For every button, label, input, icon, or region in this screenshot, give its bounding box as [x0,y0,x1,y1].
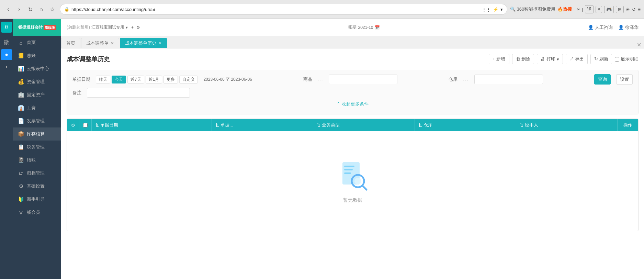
address-bar[interactable]: 🔒 https://cloud.chanjet.com/accounting/u… [60,4,507,15]
th-type[interactable]: ⇅ 业务类型 [313,119,415,131]
show-cols-checkbox[interactable]: 显示明细 [615,56,639,62]
btn-more-dates[interactable]: 更多 [163,76,178,83]
reload-button[interactable]: ↻ [25,4,35,14]
sidebar-label-assets: 固定资产 [27,92,45,98]
company-name: 江西服宝测试专用 [91,24,124,30]
user-info[interactable]: 👤 徐泽华 [618,24,639,31]
period-info: 账期 2021-10 📅 [348,24,380,30]
history-tool[interactable]: ↺ [632,7,636,12]
print-button[interactable]: 🖨 打印 ▾ [537,54,563,64]
th-handler[interactable]: ⇅ 经手人 [516,119,618,131]
collapse-row: ⌃ 收起更多条件 [72,101,633,107]
game-tool[interactable]: 🎮 [604,6,614,13]
icon-bar-active[interactable]: ● [1,49,12,60]
user-name: 徐泽华 [625,24,639,31]
th-type-label: 业务类型 [322,122,340,128]
warehouse-filter-input[interactable] [474,75,543,84]
warehouse-dots: ... [463,77,469,82]
query-button[interactable]: 查询 [594,74,611,85]
close-tab-cost-adjust[interactable]: ✕ [111,41,114,46]
tab-cost-adjust-history[interactable]: 成本调整单历史 ✕ [120,38,167,48]
sidebar-item-guide[interactable]: 🔰 新手引导 [13,193,61,206]
service-button[interactable]: 👤 人工咨询 [588,24,613,31]
scissors-tool[interactable]: ✂ | [577,7,583,12]
th-handler-label: 经手人 [525,122,538,128]
select-all-checkbox[interactable] [83,123,88,127]
th-checkbox[interactable] [79,119,92,131]
member-icon: V [18,210,24,215]
search-tool[interactable]: 🔍 360智能抠图免费用 [510,6,555,12]
close-tab-history[interactable]: ✕ [158,41,162,46]
sidebar-item-payroll[interactable]: 👔 工资 [13,101,61,114]
sidebar-item-settings[interactable]: ⚙ 基础设置 [13,180,61,193]
date-filter-label: 单据日期 [72,76,90,82]
export-button[interactable]: ↗ 导出 [566,54,588,64]
table-header: ⚙ ⇅ 单据日期 ⇅ 单据... ⇅ 业务类型 [67,119,638,131]
home-button[interactable]: ⌂ [36,4,46,14]
btn-custom-date[interactable]: 自定义 [179,76,198,83]
sidebar-item-invoice[interactable]: 📄 发票管理 [13,114,61,127]
ledger-icon: 📒 [18,53,24,59]
btn-yesterday[interactable]: 昨天 [96,76,110,83]
sidebar: 畅捷通好会计 旗舰版 ⌂ 首页 📒 总账 📊 云报表中心 💰 资金管理 🏢 [13,19,61,279]
refresh-button[interactable]: ↻ 刷新 [590,54,612,64]
translate-tool[interactable]: 译 [585,5,594,13]
home-icon: ⌂ [18,40,24,46]
btn-7days[interactable]: 近7天 [127,76,144,83]
sidebar-item-funds[interactable]: 💰 资金管理 [13,75,61,88]
filter-settings-button[interactable]: 设置 [616,74,633,85]
sidebar-label-ledger: 总账 [27,53,36,59]
user-avatar-icon: 👤 [618,25,624,30]
btn-today[interactable]: 今天 [112,76,126,83]
th-date[interactable]: ⇅ 单据日期 [92,119,212,131]
delete-button[interactable]: 🗑 删除 [512,54,534,64]
icon-bar-item2[interactable]: • [1,62,12,72]
hot-search[interactable]: 🔥热搜 [557,6,572,12]
sidebar-item-member[interactable]: V 畅会员 [13,206,61,219]
closing-icon: 📓 [18,157,24,163]
browser-chrome: ‹ › ↻ ⌂ ☆ 🔒 https://cloud.chanjet.com/ac… [0,0,644,19]
sidebar-item-archive[interactable]: 🗂 归档管理 [13,167,61,180]
browser-right-tools: 🔍 360智能抠图免费用 🔥热搜 ✂ | 译 ¥ 🎮 ⊞ ☀ ↺ ≡ [510,5,641,13]
sidebar-item-tax[interactable]: 📋 税务管理 [13,141,61,154]
new-button[interactable]: + 新增 [489,54,509,64]
sidebar-item-ledger[interactable]: 📒 总账 [13,49,61,62]
tab-cost-adjust[interactable]: 成本调整单 ✕ [81,38,119,48]
filter-row-remark: 备注 [72,88,633,98]
goods-filter-input[interactable] [329,75,397,84]
menu-tool[interactable]: ≡ [638,7,641,12]
remark-label: 备注 [72,90,81,96]
icon-bar-weibo[interactable]: 微 [1,37,12,48]
sidebar-label-inventory: 库存核算 [27,131,45,137]
tab-home[interactable]: 首页 [61,38,80,48]
collapse-button[interactable]: ⌃ 收起更多条件 [337,101,369,107]
sidebar-item-home[interactable]: ⌂ 首页 [13,36,61,49]
sidebar-item-inventory[interactable]: 📦 库存核算 [13,127,61,141]
svg-rect-1 [344,166,354,167]
wallet-tool[interactable]: ¥ [596,6,602,13]
add-company-icon[interactable]: + [131,25,134,30]
th-warehouse[interactable]: ⇅ 仓库 [415,119,516,131]
sidebar-item-closing[interactable]: 📓 结账 [13,154,61,167]
calendar-icon[interactable]: 📅 [375,25,380,30]
close-window-icon[interactable]: ✕ [637,42,641,48]
grid-tool[interactable]: ⊞ [616,6,624,13]
th-num[interactable]: ⇅ 单据... [212,119,313,131]
btn-1month[interactable]: 近1月 [146,76,162,83]
funds-icon: 💰 [18,79,24,85]
sort-date-icon: ⇅ [95,123,99,128]
forward-button[interactable]: › [14,4,24,14]
remark-input[interactable] [87,88,190,98]
sidebar-label-home: 首页 [27,40,36,46]
bookmark-button[interactable]: ☆ [47,4,57,14]
th-settings[interactable]: ⚙ [67,119,79,131]
company-selector[interactable]: (勿删勿禁用) 江西服宝测试专用 ▾ + ⚙ [67,24,140,30]
company-settings-icon[interactable]: ⚙ [136,25,140,30]
sidebar-label-reports: 云报表中心 [27,66,49,72]
show-cols-input[interactable] [615,57,619,62]
sidebar-item-assets[interactable]: 🏢 固定资产 [13,88,61,101]
sun-tool[interactable]: ☀ [626,7,630,12]
filter-row-date: 单据日期 昨天 今天 近7天 近1月 更多 自定义 2023-06-06 至 2… [72,74,633,85]
sidebar-item-reports[interactable]: 📊 云报表中心 [13,62,61,75]
back-button[interactable]: ‹ [3,4,13,14]
